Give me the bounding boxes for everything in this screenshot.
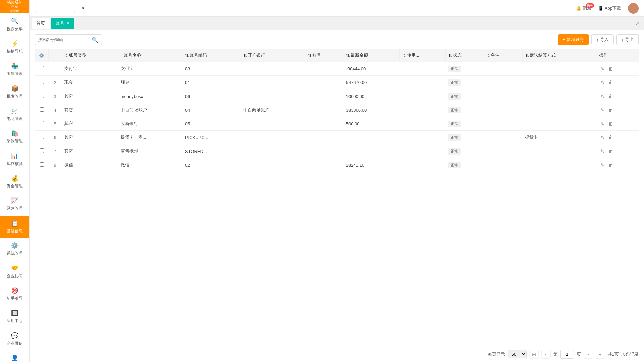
- sidebar-item-retail[interactable]: 🏪 零售管理: [0, 58, 29, 81]
- delete-button[interactable]: 🗑: [607, 93, 614, 100]
- row-checkbox-cell[interactable]: [35, 144, 48, 158]
- row-checkbox[interactable]: [40, 135, 44, 139]
- delete-button[interactable]: 🗑: [607, 107, 614, 113]
- tab-close-icon[interactable]: ✕: [66, 21, 69, 25]
- col-type[interactable]: ⇅ 账号类型: [62, 49, 118, 62]
- status-badge: 正常: [448, 93, 461, 100]
- page-last-button[interactable]: ⏭: [596, 350, 605, 359]
- row-checkbox-cell[interactable]: [35, 89, 48, 103]
- row-checkbox[interactable]: [40, 121, 44, 125]
- edit-button[interactable]: ✎: [599, 148, 606, 155]
- status-badge: 正常: [448, 162, 461, 168]
- sidebar-item-purchase[interactable]: 🛍️ 采购管理: [0, 126, 29, 148]
- add-account-button[interactable]: + 新增账号: [558, 34, 589, 45]
- row-balance: -90444.00: [343, 62, 400, 76]
- row-name: 微信: [118, 158, 182, 172]
- sidebar-item-search[interactable]: 🔍 搜索菜单: [0, 13, 29, 36]
- sidebar-item-member[interactable]: 👤 畅会员: [0, 350, 29, 362]
- row-name: 大新银行: [118, 117, 182, 131]
- edit-button[interactable]: ✎: [599, 93, 606, 100]
- edit-button[interactable]: ✎: [599, 162, 606, 168]
- tab-expand-button[interactable]: ⤢: [635, 20, 640, 27]
- appstore-icon: 🔲: [11, 309, 18, 317]
- app-download-button[interactable]: 📱 App下载: [598, 5, 621, 11]
- sidebar-item-inventory[interactable]: 📊 库存核算: [0, 148, 29, 171]
- row-code: STORED...: [182, 144, 240, 158]
- row-checkbox[interactable]: [40, 66, 44, 70]
- row-default-payment: [522, 89, 596, 103]
- col-use[interactable]: ⇅ 使用...: [399, 49, 445, 62]
- notification-button[interactable]: 🔔 消息 99+: [576, 5, 591, 11]
- row-checkbox-cell[interactable]: [35, 131, 48, 144]
- row-default-payment: 提货卡: [522, 131, 596, 144]
- row-number: 7: [48, 144, 62, 158]
- edit-button[interactable]: ✎: [599, 65, 606, 72]
- delete-button[interactable]: 🗑: [607, 79, 614, 86]
- row-checkbox[interactable]: [40, 162, 44, 167]
- col-code[interactable]: ⇅ 账号编码: [182, 49, 240, 62]
- tab-account[interactable]: 账号 ✕: [51, 18, 74, 29]
- col-status[interactable]: ⇅ 状态: [445, 49, 484, 62]
- sidebar-item-appstore[interactable]: 🔲 应用中心: [0, 305, 29, 328]
- row-checkbox-cell[interactable]: [35, 103, 48, 117]
- header-dropdown[interactable]: ▾: [80, 6, 84, 11]
- status-badge: 正常: [448, 66, 461, 72]
- sidebar-item-ecommerce[interactable]: 🛒 电商管理: [0, 103, 29, 126]
- row-checkbox[interactable]: [40, 107, 44, 112]
- search-input[interactable]: [38, 37, 92, 42]
- sidebar-item-label: 零售管理: [7, 71, 23, 77]
- edit-button[interactable]: ✎: [599, 120, 606, 127]
- edit-button[interactable]: ✎: [599, 107, 606, 113]
- row-checkbox[interactable]: [40, 80, 44, 84]
- row-code: 02: [182, 158, 240, 172]
- page-first-button[interactable]: ⏮: [529, 350, 539, 359]
- sidebar-item-system[interactable]: ⚙️ 系统管理: [0, 238, 29, 260]
- sidebar-item-finance[interactable]: 💰 资金管理: [0, 171, 29, 193]
- row-code: 03: [182, 62, 240, 76]
- row-use: [399, 103, 445, 117]
- table-row: 3 其它 moneybosx 06 10000.00 正常 ✎ 🗑: [35, 89, 639, 103]
- page-size-select[interactable]: 50 100 200: [508, 350, 527, 358]
- page-next-button[interactable]: ›: [584, 350, 593, 359]
- export-button[interactable]: ↓ 导出: [616, 34, 639, 45]
- tab-home[interactable]: 首页: [32, 18, 50, 29]
- col-account[interactable]: ⇅ 账号: [305, 49, 343, 62]
- sidebar-item-wechat[interactable]: 💬 企业微信: [0, 328, 29, 350]
- delete-button[interactable]: 🗑: [607, 148, 614, 155]
- edit-button[interactable]: ✎: [599, 79, 606, 86]
- top-search-input[interactable]: [35, 4, 75, 13]
- wechat-icon: 💬: [11, 332, 18, 339]
- col-settings[interactable]: ⚙️: [35, 49, 48, 62]
- col-name[interactable]: ↑ 账号名称: [118, 49, 182, 62]
- page-input[interactable]: [560, 350, 574, 359]
- col-note[interactable]: ⇅ 备注: [484, 49, 523, 62]
- table-row: 2 现金 现金 01 547670.00 正常 ✎ 🗑: [35, 76, 639, 89]
- bell-icon: 🔔: [576, 6, 581, 11]
- col-default-payment[interactable]: ⇅ 默认结算方式: [522, 49, 596, 62]
- import-button[interactable]: ↑ 导入: [591, 34, 614, 45]
- row-checkbox[interactable]: [40, 94, 44, 98]
- sidebar-item-wholesale[interactable]: 📦 批发管理: [0, 81, 29, 103]
- edit-button[interactable]: ✎: [599, 134, 606, 141]
- sidebar-item-operations[interactable]: 📈 经营管理: [0, 193, 29, 216]
- delete-button[interactable]: 🗑: [607, 134, 614, 141]
- delete-button[interactable]: 🗑: [607, 162, 614, 168]
- sidebar-item-quicknav[interactable]: ⚡ 快捷导航: [0, 36, 29, 58]
- user-avatar[interactable]: [628, 3, 639, 14]
- row-checkbox-cell[interactable]: [35, 76, 48, 89]
- row-use: [399, 158, 445, 172]
- sidebar-item-basicinfo[interactable]: 📋 基础信息: [0, 216, 29, 238]
- delete-button[interactable]: 🗑: [607, 65, 614, 72]
- tab-minimize-button[interactable]: —: [627, 20, 633, 27]
- delete-button[interactable]: 🗑: [607, 120, 614, 127]
- search-icon[interactable]: 🔍: [92, 37, 98, 43]
- row-checkbox-cell[interactable]: [35, 117, 48, 131]
- row-checkbox-cell[interactable]: [35, 62, 48, 76]
- page-prev-button[interactable]: ‹: [541, 350, 551, 359]
- col-balance[interactable]: ⇅ 最新余额: [343, 49, 400, 62]
- row-checkbox-cell[interactable]: [35, 158, 48, 172]
- col-bank[interactable]: ⇅ 开户银行: [240, 49, 305, 62]
- sidebar-item-collab[interactable]: 🤝 企业协同: [0, 260, 29, 283]
- sidebar-item-guide[interactable]: 🎯 新手引导: [0, 283, 29, 305]
- row-checkbox[interactable]: [40, 148, 44, 153]
